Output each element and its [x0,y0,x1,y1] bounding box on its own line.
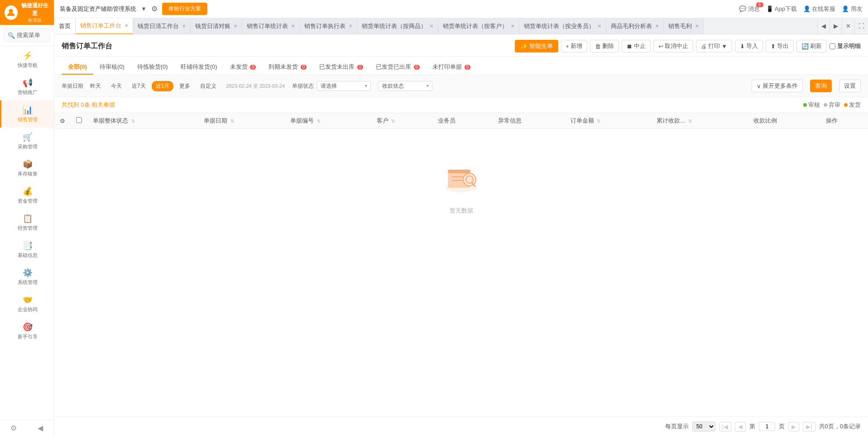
tab-home[interactable]: 首页 [54,18,76,34]
show-detail-checkbox-group[interactable]: 显示明细 [830,42,861,50]
filter-tab-shipped-not-out-label: 已发货未出库 [319,63,355,70]
filter-tab-not-shipped[interactable]: 未发货 0 [224,60,263,75]
sidebar-item-finance[interactable]: 💰 资金管理 [0,182,54,209]
tab-maximize[interactable]: ⛶ [854,18,868,34]
stop-label: 中止 [634,42,646,50]
user-menu[interactable]: 👤 用友 [842,5,863,13]
last7-btn[interactable]: 近7天 [128,81,150,91]
audit-button[interactable]: 审核 [803,101,820,109]
expand-more-button[interactable]: ∨ 展开更多条件 [752,80,803,92]
last-page-button[interactable]: ▶| [803,422,815,431]
tab-sales-workbench-close[interactable]: ✕ [125,23,128,28]
export-button[interactable]: ⬆ 导出 [766,40,794,52]
tab-sales-summary-product[interactable]: 销货单统计表（按商品） ✕ [357,18,438,34]
tab-sales-exec-close[interactable]: ✕ [349,24,352,28]
tab-sales-summary-customer[interactable]: 销货单统计表（按客户） ✕ [438,18,519,34]
trial-button[interactable]: 体验行业方案 [162,3,207,15]
sidebar-item-inventory[interactable]: 📦 库存核算 [0,155,54,182]
stop-button[interactable]: ⏹ 中止 [622,40,651,52]
refresh-button[interactable]: 🔄 刷新 [796,40,827,52]
cancel-audit-button[interactable]: 弃审 [824,101,840,109]
col-amount[interactable]: 订单金额 ⇅ [565,113,652,129]
col-status[interactable]: 单据整体状态 ⇅ [87,113,198,129]
col-collected[interactable]: 累计收款... ⇅ [651,113,748,129]
filter-tab-shipped-not-out[interactable]: 已发货未出库 0 [313,60,369,75]
sidebar-item-quick-nav[interactable]: ⚡ 快捷导航 [0,46,54,73]
sidebar-collapse-button[interactable]: ◀ [27,420,54,436]
tab-scroll-left[interactable]: ◀ [817,18,830,34]
ship-button[interactable]: 发货 [844,101,861,109]
col-settings[interactable]: ⚙ [54,113,71,129]
page-number-input[interactable] [759,422,775,431]
show-detail-checkbox[interactable] [830,43,835,49]
filter-tab-not-printed[interactable]: 未打印单据 0 [426,60,477,75]
payment-status-select[interactable]: 收款状态 [378,81,432,91]
sidebar-item-operations[interactable]: 📋 经营管理 [0,209,54,236]
online-service-button[interactable]: 👤 在线客服 [803,5,835,13]
tab-sales-summary-customer-close[interactable]: ✕ [511,24,514,28]
add-button[interactable]: + 新增 [561,40,588,52]
status-select[interactable]: 请选择 [317,81,371,91]
message-button[interactable]: 💬 6 消息 [739,5,760,13]
sidebar-item-base[interactable]: 📑 基础信息 [0,236,54,263]
filter-tab-pending-inspect[interactable]: 待拣验货(0) [131,60,174,75]
sidebar-settings-button[interactable]: ⚙ [0,420,27,436]
tab-sales-summary-staff[interactable]: 销货单统计表（按业务员） ✕ [519,18,606,34]
col-customer[interactable]: 客户 ⇅ [371,113,433,129]
tab-sales-profit-close[interactable]: ✕ [695,24,699,28]
sidebar-item-enterprise[interactable]: 🤝 企业协同 [0,290,54,318]
col-number[interactable]: 单据编号 ⇅ [285,113,371,129]
tab-sales-workbench[interactable]: 销售订单工作台 ✕ [76,18,133,34]
more-btn[interactable]: 更多 [175,81,194,91]
tab-sales-summary-staff-close[interactable]: ✕ [598,24,601,28]
next-page-button[interactable]: ▶ [788,422,799,431]
tab-sales-stats[interactable]: 销售订单统计表 ✕ [242,18,300,34]
prev-page-button[interactable]: ◀ [735,422,746,431]
sidebar-item-guide[interactable]: 🎯 新手引导 [0,318,54,345]
filter-tab-overdue[interactable]: 到期未发货 0 [262,60,313,75]
import-button[interactable]: ⬇ 导入 [735,40,763,52]
tab-cash-daily[interactable]: 钱货日清工作台 ✕ [133,18,191,34]
settings-button[interactable]: 设置 [839,80,861,92]
tab-close-all[interactable]: ✕ [842,18,854,34]
tab-gross-profit-close[interactable]: ✕ [655,24,659,28]
col-staff[interactable]: 业务员 [432,113,493,129]
first-page-button[interactable]: |◀ [719,422,731,431]
sidebar-item-sales[interactable]: 📊 销售管理 [0,100,54,128]
col-checkbox[interactable] [71,113,87,129]
tab-cash-daily-close[interactable]: ✕ [182,24,186,28]
tab-gross-profit[interactable]: 商品毛利分析表 ✕ [606,18,664,34]
smart-create-button[interactable]: ✨ 智能生单 [515,40,558,52]
tab-scroll-right[interactable]: ▶ [830,18,842,34]
filter-tab-all[interactable]: 全部(0) [62,60,93,75]
today-btn[interactable]: 今天 [107,81,126,91]
logo-main-text: 畅捷通好生意 [20,2,49,17]
delete-button[interactable]: 🗑 删除 [590,40,619,52]
last1month-btn[interactable]: 近1月 [152,81,174,91]
tab-cash-reconcile-close[interactable]: ✕ [234,24,237,28]
topbar-dropdown-icon[interactable]: ▼ [141,5,147,12]
filter-tab-shipped-out[interactable]: 已发货已出库 0 [369,60,426,75]
tab-sales-exec[interactable]: 销售订单执行表 ✕ [300,18,357,34]
app-download-button[interactable]: 📱 App下载 [766,5,797,13]
filter-tab-wangpu[interactable]: 旺铺待发货(0) [174,60,224,75]
col-date[interactable]: 单据日期 ⇅ [198,113,285,129]
sidebar-item-system[interactable]: ⚙️ 系统管理 [0,263,54,290]
table-scroll-area[interactable]: ⚙ 单据整体状态 ⇅ 单据日期 ⇅ 单据编号 [54,113,868,417]
cancel-stop-button[interactable]: ↩ 取消中止 [653,40,693,52]
custom-btn[interactable]: 自定义 [196,81,221,91]
tab-sales-stats-close[interactable]: ✕ [291,24,295,28]
yesterday-btn[interactable]: 昨天 [86,81,105,91]
tab-sales-profit[interactable]: 销售毛利 ✕ [664,18,704,34]
filter-tab-pending-review[interactable]: 待审核(0) [93,60,131,75]
print-button[interactable]: 🖨 打印 ▼ [696,40,732,52]
topbar-settings-icon[interactable]: ⚙ [151,5,158,13]
tab-cash-reconcile[interactable]: 钱货日清对账 ✕ [191,18,242,34]
tab-sales-summary-product-close[interactable]: ✕ [430,24,433,28]
query-button[interactable]: 查询 [810,80,832,92]
sidebar-item-marketing[interactable]: 📢 营销推广 [0,73,54,100]
search-menu-button[interactable]: 🔍 搜索菜单 [4,28,50,42]
sidebar-item-purchase[interactable]: 🛒 采购管理 [0,128,54,155]
page-size-select[interactable]: 50 10 20 100 [692,422,715,431]
select-all-checkbox[interactable] [76,117,82,123]
